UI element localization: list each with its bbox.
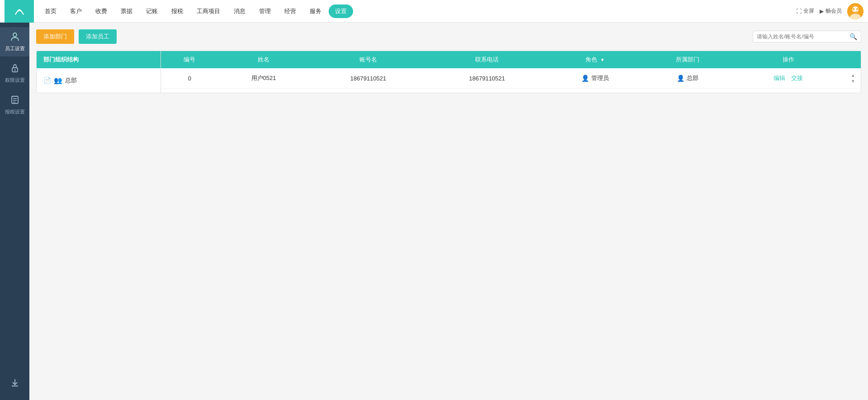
table-row: 0 用户0521 18679110521 18679110521 👤 管理员 xyxy=(161,68,861,89)
dept-tree-header: 部门组织结构 xyxy=(37,51,160,68)
search-icon[interactable]: 🔍 xyxy=(849,33,857,40)
col-header-phone: 联系电话 xyxy=(428,51,547,68)
nav-items: 首页 客户 收费 票据 记账 报税 工商项目 消息 管理 经营 服务 设置 xyxy=(38,5,796,18)
taxsettings-icon xyxy=(10,95,20,106)
add-dept-button[interactable]: 添加部门 xyxy=(36,29,74,44)
nav-tax[interactable]: 报税 xyxy=(165,5,189,18)
svg-point-0 xyxy=(12,4,26,18)
cell-id: 0 xyxy=(161,68,218,89)
table-header-row: 编号 姓名 账号名 联系电话 角色 ▼ 所属部门 操作 xyxy=(161,51,861,68)
fullscreen-icon: ⛶ xyxy=(796,8,802,14)
dept-user-icon: 👥 xyxy=(54,76,62,85)
employee-icon xyxy=(10,32,20,43)
col-header-name: 姓名 xyxy=(218,51,309,68)
member-btn[interactable]: ▶ 畅会员 xyxy=(820,7,842,15)
cell-scroll: ▲ ▼ xyxy=(845,68,861,89)
cell-phone: 18679110521 xyxy=(428,68,547,89)
emp-table-wrapper: 编号 姓名 账号名 联系电话 角色 ▼ 所属部门 操作 xyxy=(161,51,861,93)
nav-manage[interactable]: 管理 xyxy=(253,5,277,18)
add-emp-button[interactable]: 添加员工 xyxy=(79,29,117,44)
nav-commerce[interactable]: 工商项目 xyxy=(190,5,226,18)
fullscreen-label: 全屏 xyxy=(803,7,814,15)
scroll-down-btn[interactable]: ▼ xyxy=(851,79,855,84)
svg-point-5 xyxy=(856,8,858,10)
emp-table: 编号 姓名 账号名 联系电话 角色 ▼ 所属部门 操作 xyxy=(161,51,861,89)
toolbar: 添加部门 添加员工 🔍 xyxy=(36,29,861,44)
col-scroll xyxy=(845,51,861,68)
sidebar-download-btn[interactable] xyxy=(0,373,29,393)
dept-person-icon: 👤 xyxy=(677,75,684,82)
transfer-action-link[interactable]: 交接 xyxy=(791,75,803,81)
nav-customer[interactable]: 客户 xyxy=(64,5,88,18)
scroll-up-btn[interactable]: ▲ xyxy=(851,73,855,78)
cell-actions: 编辑 交接 xyxy=(731,68,845,89)
top-nav: 首页 客户 收费 票据 记账 报税 工商项目 消息 管理 经营 服务 设置 ⛶ … xyxy=(0,0,868,23)
fullscreen-btn[interactable]: ⛶ 全屏 xyxy=(796,7,814,15)
role-icon: 👤 xyxy=(581,75,589,82)
cell-account: 18679110521 xyxy=(309,68,428,89)
sidebar-employee-label: 员工设置 xyxy=(5,45,25,52)
cell-name: 用户0521 xyxy=(218,68,309,89)
sidebar-taxsettings-label: 报税设置 xyxy=(5,108,25,115)
col-header-account: 账号名 xyxy=(309,51,428,68)
sidebar-permission-label: 权限设置 xyxy=(5,77,25,84)
dept-tree-body: 📄 👥 总部 xyxy=(37,68,160,93)
col-header-dept: 所属部门 xyxy=(644,51,731,68)
nav-service[interactable]: 服务 xyxy=(303,5,328,18)
sidebar-item-permission[interactable]: 权限设置 xyxy=(0,59,29,88)
nav-home[interactable]: 首页 xyxy=(38,5,63,18)
main-layout: 员工设置 权限设置 报税设置 xyxy=(0,23,868,400)
nav-invoice[interactable]: 票据 xyxy=(114,5,139,18)
svg-point-6 xyxy=(13,33,17,37)
nav-right: ⛶ 全屏 ▶ 畅会员 xyxy=(796,3,863,19)
edit-action-link[interactable]: 编辑 xyxy=(774,75,785,81)
content-area: 添加部门 添加员工 🔍 部门组织结构 📄 👥 总部 xyxy=(29,23,868,400)
member-icon: ▶ xyxy=(820,8,824,14)
nav-account[interactable]: 记账 xyxy=(140,5,164,18)
dept-file-icon: 📄 xyxy=(43,77,51,84)
main-panel: 部门组织结构 📄 👥 总部 编号 姓名 账号名 xyxy=(36,51,861,93)
nav-fee[interactable]: 收费 xyxy=(89,5,113,18)
nav-message[interactable]: 消息 xyxy=(227,5,252,18)
nav-settings[interactable]: 设置 xyxy=(329,5,353,18)
search-input[interactable] xyxy=(757,33,847,40)
member-label: 畅会员 xyxy=(826,7,842,15)
sidebar-item-employee[interactable]: 员工设置 xyxy=(0,27,29,56)
cell-dept: 👤 总部 xyxy=(644,68,731,89)
avatar[interactable] xyxy=(847,3,863,19)
permission-icon xyxy=(10,63,20,75)
col-header-id: 编号 xyxy=(161,51,218,68)
col-header-role: 角色 ▼ xyxy=(547,51,644,68)
dept-item-label: 总部 xyxy=(65,76,77,85)
svg-point-4 xyxy=(853,8,854,10)
dept-item-general[interactable]: 📄 👥 总部 xyxy=(37,73,160,88)
nav-operation[interactable]: 经营 xyxy=(278,5,302,18)
cell-role: 👤 管理员 xyxy=(547,68,644,89)
role-filter-icon[interactable]: ▼ xyxy=(600,57,605,62)
download-icon xyxy=(10,378,20,389)
svg-point-8 xyxy=(14,70,15,71)
sidebar-item-taxsettings[interactable]: 报税设置 xyxy=(0,90,29,120)
col-header-action: 操作 xyxy=(731,51,845,68)
dept-tree: 部门组织结构 📄 👥 总部 xyxy=(37,51,161,93)
search-box: 🔍 xyxy=(753,31,861,42)
logo xyxy=(5,0,34,23)
sidebar: 员工设置 权限设置 报税设置 xyxy=(0,23,29,400)
